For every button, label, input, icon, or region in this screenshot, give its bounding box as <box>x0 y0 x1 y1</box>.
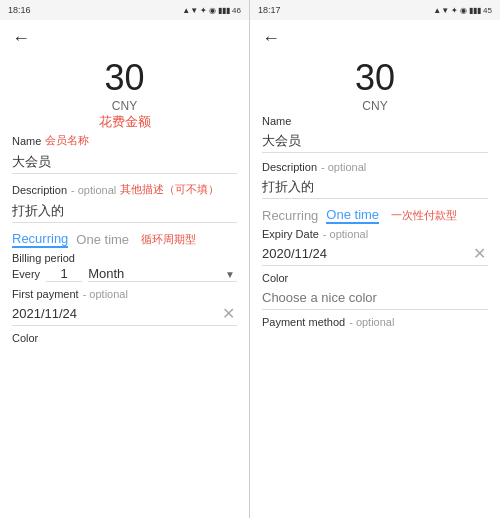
right-desc-input[interactable] <box>262 175 488 199</box>
left-first-payment-input[interactable] <box>12 302 220 325</box>
right-amount: 30 <box>355 57 395 99</box>
right-color-label: Color <box>262 272 488 284</box>
right-currency: CNY <box>362 99 387 113</box>
left-billing-row: Every Month Week Year Day ▼ <box>12 266 237 282</box>
right-name-label: Name <box>262 115 488 127</box>
left-form: Name 会员名称 Description - optional 其他描述（可不… <box>0 133 249 344</box>
left-status-icons: ▲▼ ✦ ◉ ▮▮▮ ▲ ▼ ✦ ● ▮▮▮ 46 46 <box>182 6 241 15</box>
left-first-payment-label: First payment - optional <box>12 288 237 300</box>
left-currency: CNY <box>112 99 137 113</box>
left-desc-group: Description - optional 其他描述（可不填） <box>12 182 237 223</box>
left-screen: ← 30 CNY 花费金额 Name 会员名称 Description - op… <box>0 20 249 518</box>
left-desc-input[interactable] <box>12 199 237 223</box>
left-desc-annotation: 其他描述（可不填） <box>120 182 219 197</box>
left-clear-date-button[interactable]: ✕ <box>220 304 237 323</box>
left-panel: 18:16 ▲▼ ✦ ◉ ▮▮▮ ▲ ▼ ✦ ● ▮▮▮ 46 46 ← 30 … <box>0 0 250 518</box>
left-name-input[interactable] <box>12 150 237 174</box>
right-color-input[interactable] <box>262 286 488 309</box>
left-back-icon[interactable]: ← <box>12 28 30 48</box>
left-back-area[interactable]: ← <box>0 20 249 53</box>
right-color-row <box>262 286 488 310</box>
right-payment-method-label: Payment method - optional <box>262 316 488 328</box>
left-amount-annotation: 花费金额 <box>99 113 151 131</box>
left-time: 18:16 <box>8 5 31 15</box>
left-status-bar: 18:16 ▲▼ ✦ ◉ ▮▮▮ ▲ ▼ ✦ ● ▮▮▮ 46 46 <box>0 0 249 20</box>
right-tabs: Recurring One time 一次性付款型 <box>262 207 488 224</box>
right-time: 18:17 <box>258 5 281 15</box>
right-name-group: Name <box>262 115 488 153</box>
left-amount-section: 30 CNY 花费金额 <box>0 53 249 133</box>
right-back-area[interactable]: ← <box>250 20 500 53</box>
right-back-icon[interactable]: ← <box>262 28 280 48</box>
right-amount-section: 30 CNY <box>250 53 500 115</box>
right-status-bar: 18:17 ▲▼ ✦ ◉ ▮▮▮ 45 <box>250 0 500 20</box>
left-desc-label: Description - optional 其他描述（可不填） <box>12 182 237 197</box>
right-name-input[interactable] <box>262 129 488 153</box>
right-panel: 18:17 ▲▼ ✦ ◉ ▮▮▮ 45 ← 30 CNY Name <box>250 0 500 518</box>
left-tab-onetime[interactable]: One time <box>76 232 129 247</box>
left-tabs: Recurring One time 循环周期型 <box>12 231 237 248</box>
right-desc-group: Description - optional <box>262 161 488 199</box>
left-name-group: Name 会员名称 <box>12 133 237 174</box>
right-desc-label: Description - optional <box>262 161 488 173</box>
right-expiry-label: Expiry Date - optional <box>262 228 488 240</box>
left-tab-recurring[interactable]: Recurring <box>12 231 68 248</box>
left-period-wrapper: Month Week Year Day ▼ <box>88 266 237 282</box>
left-billing-period-label: Billing period <box>12 252 237 264</box>
left-period-select[interactable]: Month Week Year Day <box>88 266 237 282</box>
right-status-icons: ▲▼ ✦ ◉ ▮▮▮ 45 <box>433 6 492 15</box>
right-clear-date-button[interactable]: ✕ <box>471 244 488 263</box>
right-tab-annotation: 一次性付款型 <box>391 208 457 223</box>
right-form: Name Description - optional Recurring On… <box>250 115 500 330</box>
right-tab-onetime[interactable]: One time <box>326 207 379 224</box>
left-every-input[interactable] <box>46 266 82 282</box>
left-date-row: ✕ <box>12 302 237 326</box>
right-screen: ← 30 CNY Name Description - optional <box>250 20 500 518</box>
left-name-annotation: 会员名称 <box>45 133 89 148</box>
left-color-label: Color <box>12 332 237 344</box>
right-date-row: ✕ <box>262 242 488 266</box>
right-tab-recurring[interactable]: Recurring <box>262 208 318 223</box>
left-tab-annotation: 循环周期型 <box>141 232 196 247</box>
left-name-label: Name 会员名称 <box>12 133 237 148</box>
left-every-label: Every <box>12 268 40 280</box>
right-expiry-input[interactable] <box>262 242 471 265</box>
left-amount: 30 <box>104 57 144 99</box>
